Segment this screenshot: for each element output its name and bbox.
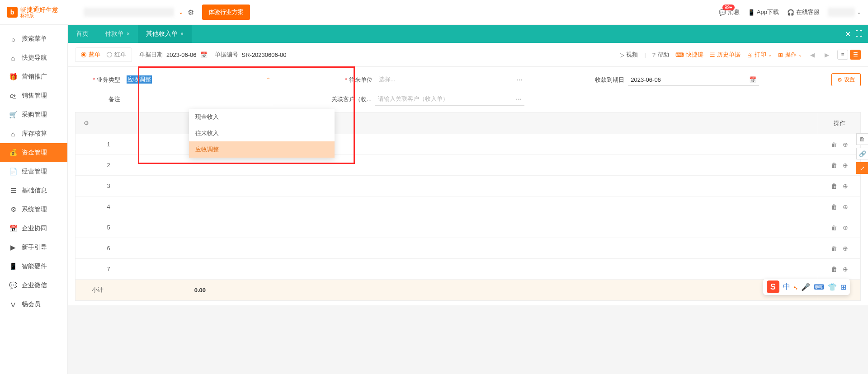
row-number: 4 — [97, 203, 120, 210]
related-customer-input[interactable]: 请输入关联客户（收入单） ⋯ — [375, 93, 524, 106]
delete-icon[interactable]: 🗑 — [831, 162, 837, 169]
sidebar-item-purchase[interactable]: 🛒采购管理 — [0, 105, 67, 124]
tab-payment[interactable]: 付款单× — [97, 25, 138, 43]
copy-icon[interactable]: ⊕ — [843, 224, 848, 231]
sidebar-item-hardware[interactable]: 📱智能硬件 — [0, 257, 67, 276]
print-link[interactable]: 🖨打印⌄ — [747, 51, 772, 59]
close-all-icon[interactable]: ✕ — [845, 30, 851, 38]
settings-button[interactable]: ⚙设置 — [831, 73, 861, 86]
copy-icon[interactable]: ⊕ — [843, 162, 848, 169]
sidebar-item-operation[interactable]: 📄经营管理 — [0, 162, 67, 181]
biz-type-select[interactable]: 应收调整 ⌃ — [124, 73, 273, 86]
sidebar-item-finance[interactable]: 💰资金管理 — [0, 143, 67, 162]
calendar-icon[interactable]: 📅 — [200, 51, 208, 58]
sidebar-item-quicknav[interactable]: ⌂快捷导航 — [0, 48, 67, 67]
table-settings-icon[interactable]: ⚙ — [75, 120, 97, 126]
try-industry-button[interactable]: 体验行业方案 — [202, 5, 250, 20]
table-row[interactable]: 5 — [75, 217, 818, 238]
table-row[interactable]: 2 — [75, 155, 818, 176]
messages-badge: 99+ — [722, 5, 735, 10]
messages-link[interactable]: 99+ 💬 消息 — [719, 8, 740, 16]
bag-icon: 🛍 — [9, 92, 17, 100]
fullscreen-icon[interactable]: ⛶ — [855, 30, 863, 38]
money-icon: 💰 — [9, 149, 17, 157]
ime-grid-icon[interactable]: ⊞ — [840, 283, 846, 291]
gear-icon[interactable]: ⚙ — [188, 8, 194, 17]
tab-other-income[interactable]: 其他收入单× — [138, 25, 192, 43]
sidebar-item-wechat[interactable]: 💬企业微信 — [0, 276, 67, 295]
due-date-input[interactable]: 2023-06-06 📅 — [628, 74, 759, 86]
dropdown-option-cash[interactable]: 现金收入 — [189, 109, 335, 125]
shortcut-link[interactable]: ⌨快捷键 — [675, 51, 703, 59]
more-icon[interactable]: ⋯ — [516, 96, 522, 103]
dropdown-option-receivable[interactable]: 往来收入 — [189, 125, 335, 141]
prev-icon[interactable]: ◀ — [808, 51, 816, 58]
copy-icon[interactable]: ⊕ — [843, 203, 848, 210]
sidebar-item-basicinfo[interactable]: ☰基础信息 — [0, 181, 67, 200]
table-row[interactable]: 1 — [75, 134, 818, 155]
online-service-link[interactable]: 🎧 在线客服 — [787, 8, 820, 16]
expand-tool-icon[interactable]: ⤢ — [856, 162, 868, 174]
ime-lang[interactable]: 中 — [783, 282, 790, 292]
sidebar-item-inventory[interactable]: ⌂库存核算 — [0, 124, 67, 143]
table-row[interactable]: 7 — [75, 259, 818, 280]
ime-toolbar[interactable]: S 中 •, 🎤 ⌨ 👕 ⊞ — [763, 279, 850, 295]
doc-date-value[interactable]: 2023-06-06 — [166, 51, 197, 58]
org-selector[interactable]: XXXXXXXXXXXX ⌄ — [84, 8, 183, 17]
next-icon[interactable]: ▶ — [823, 51, 831, 58]
delete-icon[interactable]: 🗑 — [831, 203, 837, 210]
remark-input[interactable] — [124, 94, 273, 105]
history-link[interactable]: ☰历史单据 — [710, 51, 741, 59]
copy-icon[interactable]: ⊕ — [843, 245, 848, 252]
close-icon[interactable]: × — [127, 31, 130, 37]
ime-skin-icon[interactable]: 👕 — [828, 283, 837, 291]
help-link[interactable]: ?帮助 — [652, 51, 669, 59]
sidebar-item-sales[interactable]: 🛍销售管理 — [0, 86, 67, 105]
view-list-toggle[interactable]: ≡ — [837, 50, 848, 60]
close-icon[interactable]: × — [180, 31, 184, 37]
attach-tool-icon[interactable]: 🔗 — [856, 148, 868, 159]
related-customer-label: 关联客户（收... — [326, 95, 372, 103]
copy-icon[interactable]: ⊕ — [843, 266, 848, 273]
partner-select[interactable]: 选择... ⋯ — [376, 73, 525, 86]
note-tool-icon[interactable]: 🗎 — [856, 133, 868, 145]
more-icon[interactable]: ⋯ — [517, 76, 523, 83]
sidebar-item-marketing[interactable]: 🎁营销推广 — [0, 67, 67, 86]
view-detail-toggle[interactable]: ☰ — [850, 50, 861, 60]
table-row[interactable]: 6 — [75, 238, 818, 259]
table-row[interactable]: 3 — [75, 176, 818, 196]
delete-icon[interactable]: 🗑 — [831, 182, 837, 190]
col-operation: 操作 — [818, 112, 860, 134]
user-menu[interactable]: XXXXX ⌄ — [828, 8, 861, 17]
table-row[interactable]: 4 — [75, 196, 818, 217]
tab-home[interactable]: 首页 — [68, 25, 97, 43]
delete-icon[interactable]: 🗑 — [831, 266, 837, 273]
calendar-icon[interactable]: 📅 — [749, 76, 756, 83]
search-icon: ⌕ — [9, 35, 17, 43]
gift-icon: 🎁 — [9, 73, 17, 81]
app-download-link[interactable]: 📱 App下载 — [748, 8, 779, 16]
sidebar-item-guide[interactable]: ▶新手引导 — [0, 238, 67, 257]
delete-icon[interactable]: 🗑 — [831, 141, 837, 148]
delete-icon[interactable]: 🗑 — [831, 224, 837, 231]
radio-blue[interactable]: 蓝单 — [81, 51, 100, 59]
delete-icon[interactable]: 🗑 — [831, 245, 837, 252]
sidebar-item-collab[interactable]: 📅企业协同 — [0, 219, 67, 238]
copy-icon[interactable]: ⊕ — [843, 182, 848, 190]
sidebar-item-system[interactable]: ⚙系统管理 — [0, 200, 67, 219]
sidebar-item-member[interactable]: V畅会员 — [0, 295, 67, 314]
ime-keyboard-icon[interactable]: ⌨ — [814, 283, 824, 291]
due-date-label: 收款到期日 — [579, 76, 624, 84]
doc-date-field: 单据日期 2023-06-06 📅 — [139, 51, 208, 59]
video-link[interactable]: ▷视频 — [620, 51, 638, 59]
box-icon: ⌂ — [9, 130, 17, 138]
operate-link[interactable]: ⊞操作⌄ — [778, 51, 802, 59]
logo-subtitle: 标准版 — [20, 13, 58, 18]
dropdown-option-adjust[interactable]: 应收调整 — [189, 141, 335, 158]
ime-mic-icon[interactable]: 🎤 — [801, 283, 810, 291]
ime-punct-icon[interactable]: •, — [794, 284, 797, 290]
copy-icon[interactable]: ⊕ — [843, 141, 848, 148]
sidebar-item-search[interactable]: ⌕搜索菜单 — [0, 29, 67, 48]
radio-red[interactable]: 红单 — [107, 51, 126, 59]
remark-label: 备注 — [75, 95, 120, 103]
